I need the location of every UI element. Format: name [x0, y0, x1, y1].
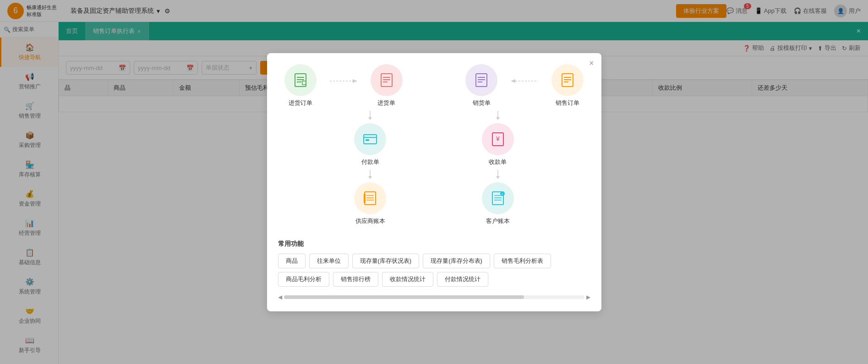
- customer-ledger-label: 客户账本: [486, 217, 510, 225]
- func-btn-receipt-stats[interactable]: 收款情况统计: [382, 272, 433, 287]
- payment-bill-label: 付款单: [361, 158, 379, 166]
- svg-marker-21: [368, 117, 372, 120]
- receipt-bill-circle: ¥: [482, 123, 514, 155]
- payment-bill-circle: [354, 123, 386, 155]
- flow-row-arrows-2: [278, 170, 590, 180]
- flow-row-3: 供应商账本 ✓ 客户账本: [278, 182, 590, 225]
- flow-item-customer-ledger[interactable]: ✓ 客户账本: [482, 182, 514, 225]
- purchase-order-circle: [284, 64, 317, 96]
- flow-row-arrows: [278, 111, 590, 121]
- flow-item-sales-order[interactable]: 销售订单: [551, 64, 584, 107]
- modal-scrollbar: ◀ ▶: [278, 294, 590, 300]
- svg-marker-23: [496, 117, 500, 120]
- flow-row-2: 付款单 ¥ 收款单: [278, 123, 590, 166]
- arrow-left-1: [511, 77, 538, 85]
- func-btn-product[interactable]: 商品: [278, 254, 306, 268]
- sales-bill-label: 销货单: [473, 99, 491, 107]
- svg-marker-30: [368, 176, 372, 179]
- receipt-bill-label: 收款单: [489, 158, 507, 166]
- down-arrow-payment: [354, 170, 386, 180]
- sales-bill-circle: [465, 64, 497, 96]
- supplier-ledger-circle: [354, 182, 386, 214]
- func-buttons: 商品 往来单位 现存量(库存状况表) 现存量(库存分布表) 销售毛利分析表 商品…: [278, 254, 590, 287]
- flow-row-1: 进货订单 进货单: [278, 64, 590, 107]
- sales-order-circle: [551, 64, 584, 96]
- purchase-bill-label: 进货单: [377, 99, 395, 107]
- flow-item-payment-bill[interactable]: 付款单: [354, 123, 386, 166]
- func-btn-payment-stats[interactable]: 付款情况统计: [437, 272, 488, 287]
- flow-item-sales-bill[interactable]: 销货单: [465, 64, 497, 107]
- down-arrow-receipt: [482, 170, 514, 180]
- common-functions-title: 常用功能: [278, 240, 590, 248]
- scrollbar-thumb[interactable]: [284, 295, 524, 299]
- flow-item-receipt-bill[interactable]: ¥ 收款单: [482, 123, 514, 166]
- svg-marker-32: [496, 176, 500, 179]
- func-btn-stock-dist[interactable]: 现存量(库存分布表): [423, 254, 490, 268]
- func-btn-sales-profit[interactable]: 销售毛利分析表: [494, 254, 551, 268]
- down-arrow-sales: [482, 111, 514, 121]
- modal-close-btn[interactable]: ×: [589, 59, 594, 68]
- supplier-ledger-label: 供应商账本: [355, 217, 385, 225]
- flow-item-purchase-bill[interactable]: 进货单: [371, 64, 403, 107]
- flow-item-supplier-ledger[interactable]: 供应商账本: [354, 182, 386, 225]
- scroll-left-btn[interactable]: ◀: [278, 294, 282, 300]
- sales-order-label: 销售订单: [556, 99, 579, 107]
- svg-marker-15: [511, 79, 515, 83]
- scroll-right-btn[interactable]: ▶: [586, 294, 590, 300]
- func-btn-product-profit[interactable]: 商品毛利分析: [278, 272, 329, 287]
- svg-rect-37: [364, 194, 366, 203]
- func-btn-units[interactable]: 往来单位: [309, 254, 349, 268]
- flow-diagram: 进货订单 进货单: [278, 64, 590, 233]
- svg-text:✓: ✓: [501, 192, 504, 196]
- arrow-right-1: [330, 77, 357, 85]
- purchase-order-label: 进货订单: [289, 99, 312, 107]
- svg-rect-24: [364, 135, 377, 144]
- modal-overlay[interactable]: × 进货订单: [0, 0, 868, 364]
- func-btn-stock-status[interactable]: 现存量(库存状况表): [352, 254, 420, 268]
- func-btn-sales-rank[interactable]: 销售排行榜: [333, 272, 378, 287]
- svg-rect-33: [365, 192, 376, 205]
- svg-text:¥: ¥: [496, 135, 500, 142]
- down-arrow-purchase: [354, 111, 386, 121]
- modal: × 进货订单: [267, 53, 601, 311]
- common-functions: 常用功能 商品 往来单位 现存量(库存状况表) 现存量(库存分布表) 销售毛利分…: [278, 240, 590, 287]
- svg-rect-26: [366, 139, 369, 141]
- scrollbar-track[interactable]: [284, 295, 584, 299]
- purchase-bill-circle: [371, 64, 403, 96]
- customer-ledger-circle: ✓: [482, 182, 514, 214]
- svg-marker-5: [353, 79, 357, 83]
- flow-item-purchase-order[interactable]: 进货订单: [284, 64, 317, 107]
